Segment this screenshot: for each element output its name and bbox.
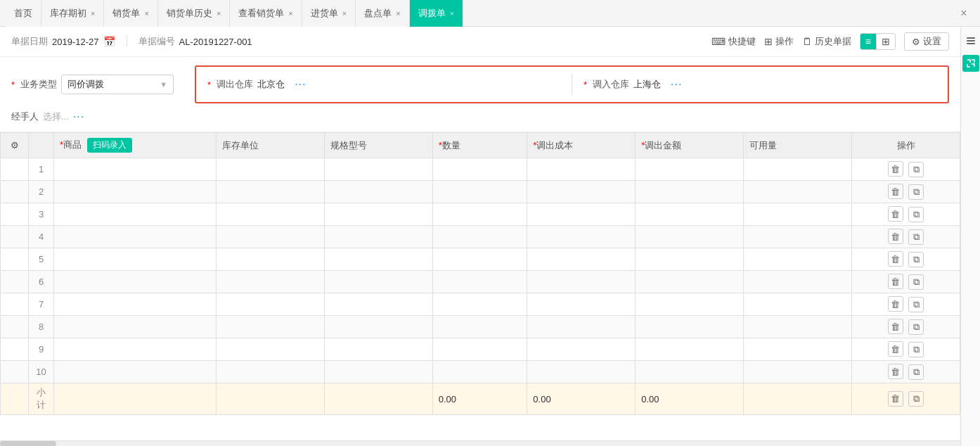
close-icon[interactable]: × <box>342 9 347 18</box>
row-qty-cell[interactable] <box>432 361 527 383</box>
row-spec-cell[interactable] <box>324 271 432 293</box>
row-cost-cell[interactable] <box>527 361 636 383</box>
scan-input-button[interactable]: 扫码录入 <box>87 138 132 153</box>
row-unit-cell[interactable] <box>216 181 324 203</box>
tab-sales-history[interactable]: 销货单历史 × <box>158 0 230 27</box>
tab-stocktake[interactable]: 盘点单 × <box>356 0 409 27</box>
delete-icon[interactable]: 🗑 <box>888 161 903 177</box>
row-cost-cell[interactable] <box>527 316 636 338</box>
row-spec-cell[interactable] <box>324 181 432 203</box>
copy-icon[interactable]: ⧉ <box>908 162 924 177</box>
row-amount-cell[interactable] <box>636 316 744 338</box>
row-cost-cell[interactable] <box>527 271 636 293</box>
close-icon[interactable]: × <box>144 9 148 18</box>
row-unit-cell[interactable] <box>216 293 324 316</box>
history-button[interactable]: 🗒 历史单据 <box>802 35 851 48</box>
tab-purchase-order[interactable]: 进货单 × <box>302 0 356 27</box>
delete-icon[interactable]: 🗑 <box>888 274 903 289</box>
close-icon[interactable]: × <box>217 9 221 18</box>
row-goods-cell[interactable] <box>54 181 217 203</box>
row-unit-cell[interactable] <box>216 203 324 226</box>
row-unit-cell[interactable] <box>216 248 324 271</box>
shortcut-button[interactable]: ⌨ 快捷键 <box>711 35 756 48</box>
row-spec-cell[interactable] <box>324 293 432 316</box>
row-qty-cell[interactable] <box>432 226 527 248</box>
row-qty-cell[interactable] <box>432 316 527 338</box>
row-cost-cell[interactable] <box>527 181 636 203</box>
row-qty-cell[interactable] <box>432 181 527 203</box>
layout-btn-2[interactable]: ⊞ <box>877 34 895 49</box>
row-amount-cell[interactable] <box>636 203 744 226</box>
delete-icon[interactable]: 🗑 <box>888 319 903 334</box>
row-goods-cell[interactable] <box>54 248 217 271</box>
row-cost-cell[interactable] <box>527 226 636 248</box>
delete-icon[interactable]: 🗑 <box>888 341 903 357</box>
sidebar-list-icon[interactable] <box>962 32 979 49</box>
row-amount-cell[interactable] <box>636 226 744 248</box>
tab-inventory-init[interactable]: 库存期初 × <box>41 0 104 27</box>
delete-icon[interactable]: 🗑 <box>888 296 903 312</box>
row-available-cell[interactable] <box>744 248 852 271</box>
copy-icon[interactable]: ⧉ <box>908 319 924 335</box>
sidebar-expand-icon[interactable] <box>962 55 979 72</box>
row-qty-cell[interactable] <box>432 271 527 293</box>
row-unit-cell[interactable] <box>216 271 324 293</box>
row-cost-cell[interactable] <box>527 158 636 181</box>
row-qty-cell[interactable] <box>432 293 527 316</box>
biz-type-select[interactable]: 同价调拨 ▼ <box>61 75 174 94</box>
row-amount-cell[interactable] <box>636 293 744 316</box>
row-qty-cell[interactable] <box>432 203 527 226</box>
row-goods-cell[interactable] <box>54 158 217 181</box>
close-icon[interactable]: × <box>288 9 292 18</box>
close-all-button[interactable]: × <box>953 0 974 27</box>
scroll-thumb[interactable] <box>0 441 56 446</box>
copy-icon[interactable]: ⧉ <box>908 342 924 357</box>
row-available-cell[interactable] <box>744 181 852 203</box>
in-warehouse-more-button[interactable]: ··· <box>671 78 682 91</box>
copy-icon[interactable]: ⧉ <box>908 364 924 380</box>
close-icon[interactable]: × <box>91 9 95 18</box>
row-cost-cell[interactable] <box>527 338 636 361</box>
delete-icon[interactable]: 🗑 <box>888 251 903 267</box>
copy-icon[interactable]: ⧉ <box>908 252 924 267</box>
delete-icon[interactable]: 🗑 <box>888 391 903 407</box>
row-cost-cell[interactable] <box>527 293 636 316</box>
row-cost-cell[interactable] <box>527 203 636 226</box>
delete-icon[interactable]: 🗑 <box>888 229 903 244</box>
setting-button[interactable]: ⚙ 设置 <box>904 32 949 51</box>
row-available-cell[interactable] <box>744 293 852 316</box>
row-amount-cell[interactable] <box>636 181 744 203</box>
row-spec-cell[interactable] <box>324 158 432 181</box>
row-cost-cell[interactable] <box>527 248 636 271</box>
row-goods-cell[interactable] <box>54 316 217 338</box>
copy-icon[interactable]: ⧉ <box>908 184 924 200</box>
row-amount-cell[interactable] <box>636 271 744 293</box>
row-spec-cell[interactable] <box>324 338 432 361</box>
row-unit-cell[interactable] <box>216 226 324 248</box>
out-warehouse-more-button[interactable]: ··· <box>295 78 306 91</box>
horizontal-scrollbar[interactable] <box>0 440 960 446</box>
row-unit-cell[interactable] <box>216 158 324 181</box>
row-amount-cell[interactable] <box>636 158 744 181</box>
row-spec-cell[interactable] <box>324 316 432 338</box>
row-amount-cell[interactable] <box>636 248 744 271</box>
ops-button[interactable]: ⊞ 操作 <box>764 35 794 48</box>
row-goods-cell[interactable] <box>54 203 217 226</box>
row-spec-cell[interactable] <box>324 361 432 383</box>
layout-btn-1[interactable]: ≡ <box>860 34 877 49</box>
row-available-cell[interactable] <box>744 226 852 248</box>
row-available-cell[interactable] <box>744 316 852 338</box>
row-available-cell[interactable] <box>744 158 852 181</box>
tab-transfer[interactable]: 调拨单 × <box>410 0 463 27</box>
col-settings-header[interactable]: ⚙ <box>1 133 29 158</box>
row-available-cell[interactable] <box>744 338 852 361</box>
row-goods-cell[interactable] <box>54 293 217 316</box>
copy-icon[interactable]: ⧉ <box>908 229 924 245</box>
row-amount-cell[interactable] <box>636 338 744 361</box>
close-icon[interactable]: × <box>450 9 454 18</box>
copy-icon[interactable]: ⧉ <box>908 274 924 290</box>
copy-icon[interactable]: ⧉ <box>908 207 924 222</box>
row-qty-cell[interactable] <box>432 248 527 271</box>
copy-icon[interactable]: ⧉ <box>908 391 924 407</box>
tab-sales-order[interactable]: 销货单 × <box>104 0 157 27</box>
